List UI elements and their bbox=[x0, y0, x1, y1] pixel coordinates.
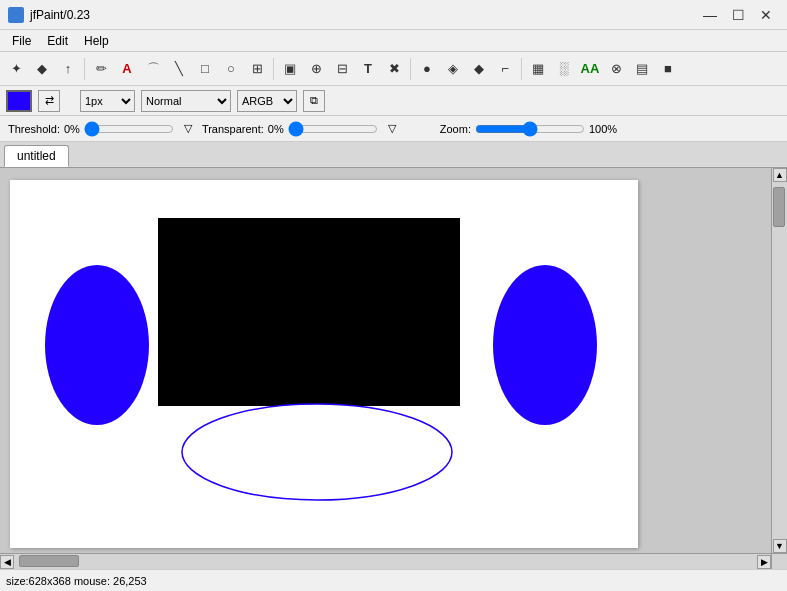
transparent-icon: ▽ bbox=[382, 122, 402, 135]
bottom-area: ◀ ▶ bbox=[0, 553, 787, 569]
window-controls: — ☐ ✕ bbox=[697, 5, 779, 25]
tool-line[interactable]: ╲ bbox=[167, 57, 191, 81]
transparent-slider[interactable] bbox=[288, 122, 378, 136]
blend-mode-select[interactable]: NormalMultiplyScreenOverlay bbox=[141, 90, 231, 112]
title-bar: jfPaint/0.23 — ☐ ✕ bbox=[0, 0, 787, 30]
tool-pattern[interactable]: ▦ bbox=[526, 57, 550, 81]
tool-bucket[interactable]: ● bbox=[415, 57, 439, 81]
svg-rect-1 bbox=[158, 218, 460, 406]
paint-canvas[interactable] bbox=[10, 180, 638, 548]
transparent-value: 0% bbox=[268, 123, 284, 135]
tab-untitled[interactable]: untitled bbox=[4, 145, 69, 167]
tool-pencil[interactable]: ✏ bbox=[89, 57, 113, 81]
tool-square-fill[interactable]: ■ bbox=[656, 57, 680, 81]
status-bar: size:628x368 mouse: 26,253 bbox=[0, 569, 787, 591]
menu-help[interactable]: Help bbox=[76, 32, 117, 50]
tool-rect[interactable]: □ bbox=[193, 57, 217, 81]
scroll-down-button[interactable]: ▼ bbox=[773, 539, 787, 553]
scroll-corner bbox=[771, 553, 787, 569]
toolbar: ✦ ◆ ↑ ✏ A ⌒ ╲ □ ○ ⊞ ▣ ⊕ ⊟ T ✖ ● ◈ ◆ ⌐ ▦ … bbox=[0, 52, 787, 86]
threshold-slider[interactable] bbox=[84, 122, 174, 136]
canvas-wrapper[interactable] bbox=[0, 168, 771, 553]
color-swatch[interactable] bbox=[6, 90, 32, 112]
tool-crop[interactable]: ⊟ bbox=[330, 57, 354, 81]
tool-fill[interactable]: ◆ bbox=[30, 57, 54, 81]
app-window: jfPaint/0.23 — ☐ ✕ File Edit Help ✦ ◆ ↑ … bbox=[0, 0, 787, 591]
horizontal-scrollbar[interactable]: ◀ ▶ bbox=[0, 553, 771, 569]
svg-point-2 bbox=[45, 265, 149, 425]
tool-corner[interactable]: ⌐ bbox=[493, 57, 517, 81]
tool-arrow[interactable]: ↑ bbox=[56, 57, 80, 81]
canvas-svg bbox=[10, 180, 638, 548]
tool-grid[interactable]: ▤ bbox=[630, 57, 654, 81]
tool-ellipse[interactable]: ○ bbox=[219, 57, 243, 81]
toolbar-sep4 bbox=[521, 58, 522, 80]
svg-point-3 bbox=[493, 265, 597, 425]
tool-noise[interactable]: ░ bbox=[552, 57, 576, 81]
toolbar-sep3 bbox=[410, 58, 411, 80]
title-bar-left: jfPaint/0.23 bbox=[8, 7, 90, 23]
svg-point-4 bbox=[182, 404, 452, 500]
scroll-thumb-v[interactable] bbox=[773, 187, 785, 227]
tab-bar: untitled bbox=[0, 142, 787, 168]
close-button[interactable]: ✕ bbox=[753, 5, 779, 25]
minimize-button[interactable]: — bbox=[697, 5, 723, 25]
menu-bar: File Edit Help bbox=[0, 30, 787, 52]
menu-file[interactable]: File bbox=[4, 32, 39, 50]
scroll-right-button[interactable]: ▶ bbox=[757, 555, 771, 569]
scroll-thumb-h[interactable] bbox=[19, 555, 79, 567]
tool-erase[interactable]: ✖ bbox=[382, 57, 406, 81]
tool-text3[interactable]: AA bbox=[578, 57, 602, 81]
color-mode-select[interactable]: ARGBRGBHSBHSL bbox=[237, 90, 297, 112]
canvas-and-scroll: ▲ ▼ bbox=[0, 168, 787, 553]
scroll-track-h[interactable] bbox=[14, 554, 757, 569]
scroll-left-button[interactable]: ◀ bbox=[0, 555, 14, 569]
zoom-value: 100% bbox=[589, 123, 624, 135]
scroll-up-button[interactable]: ▲ bbox=[773, 168, 787, 182]
threshold-label: Threshold: bbox=[8, 123, 60, 135]
app-icon bbox=[8, 7, 24, 23]
tool-text[interactable]: A bbox=[115, 57, 139, 81]
swap-colors-button[interactable]: ⇄ bbox=[38, 90, 60, 112]
transparent-label: Transparent: bbox=[202, 123, 264, 135]
window-title: jfPaint/0.23 bbox=[30, 8, 90, 22]
toolbar-sep1 bbox=[84, 58, 85, 80]
canvas-section: ▲ ▼ ◀ ▶ bbox=[0, 168, 787, 569]
tool-diamond[interactable]: ◆ bbox=[467, 57, 491, 81]
threshold-icon: ▽ bbox=[178, 122, 198, 135]
status-text: size:628x368 mouse: 26,253 bbox=[6, 575, 147, 587]
copy-color-button[interactable]: ⧉ bbox=[303, 90, 325, 112]
tool-text2[interactable]: T bbox=[356, 57, 380, 81]
tool-strike[interactable]: ⊗ bbox=[604, 57, 628, 81]
zoom-slider[interactable] bbox=[475, 122, 585, 136]
toolbar-sep2 bbox=[273, 58, 274, 80]
tool-select[interactable]: ✦ bbox=[4, 57, 28, 81]
options-bar: ⇄ 1px2px3px4px5px NormalMultiplyScreenOv… bbox=[0, 86, 787, 116]
maximize-button[interactable]: ☐ bbox=[725, 5, 751, 25]
tool-curve[interactable]: ⌒ bbox=[141, 57, 165, 81]
stroke-width-select[interactable]: 1px2px3px4px5px bbox=[80, 90, 135, 112]
zoom-label: Zoom: bbox=[440, 123, 471, 135]
tool-picker[interactable]: ◈ bbox=[441, 57, 465, 81]
vertical-scrollbar[interactable]: ▲ ▼ bbox=[771, 168, 787, 553]
tool-rect-select[interactable]: ▣ bbox=[278, 57, 302, 81]
menu-edit[interactable]: Edit bbox=[39, 32, 76, 50]
tool-stamp[interactable]: ⊞ bbox=[245, 57, 269, 81]
threshold-zoom-bar: Threshold: 0% ▽ Transparent: 0% ▽ Zoom: … bbox=[0, 116, 787, 142]
scroll-track-v[interactable] bbox=[772, 182, 787, 539]
threshold-value: 0% bbox=[64, 123, 80, 135]
tool-lasso[interactable]: ⊕ bbox=[304, 57, 328, 81]
